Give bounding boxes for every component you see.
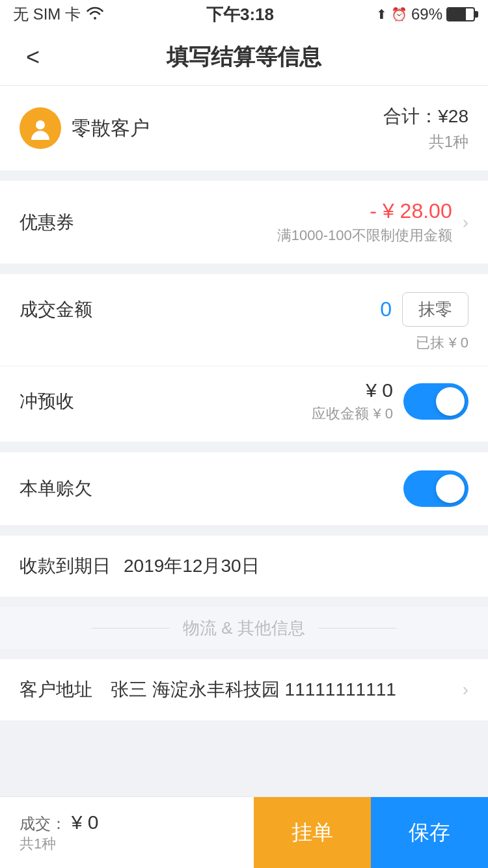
prepay-row: 冲预收 ¥ 0 应收金额 ¥ 0	[0, 366, 488, 442]
status-right: ⬆ ⏰ 69%	[376, 5, 475, 23]
address-value: 张三 海淀永丰科技园 11111111111	[111, 677, 463, 702]
coupon-desc: 满1000-100不限制使用金额	[277, 226, 452, 245]
due-date-value: 2019年12月30日	[124, 554, 260, 578]
due-date-content: 收款到期日 2019年12月30日	[20, 554, 468, 578]
location-icon: ⬆	[376, 7, 387, 22]
coupon-row[interactable]: 优惠券 - ¥ 28.00 满1000-100不限制使用金额 ›	[0, 181, 488, 264]
divider-line-left	[92, 628, 170, 629]
battery-percent: 69%	[411, 5, 442, 23]
due-date-label: 收款到期日	[20, 554, 111, 578]
customer-summary: 合计：¥28 共1种	[383, 104, 468, 152]
deal-amount-value: 0	[380, 297, 392, 321]
back-button[interactable]: <	[20, 37, 46, 77]
status-bar: 无 SIM 卡 下午3:18 ⬆ ⏰ 69%	[0, 0, 488, 29]
divider-label: 物流 & 其他信息	[92, 617, 396, 640]
prepay-toggle[interactable]	[403, 383, 468, 420]
deal-amount-section: 成交金额 0 抹零 已抹 ¥ 0 冲预收 ¥ 0 应收金额 ¥ 0	[0, 274, 488, 442]
coupon-chevron: ›	[463, 212, 468, 233]
divider-text: 物流 & 其他信息	[183, 617, 305, 640]
bottom-bar: 成交： ¥ 0 共1种 挂单 保存	[0, 796, 488, 868]
coupon-value: - ¥ 28.00 满1000-100不限制使用金额	[277, 199, 452, 245]
credit-toggle[interactable]	[403, 470, 468, 507]
address-chevron: ›	[463, 679, 468, 700]
prepay-value-block: ¥ 0 应收金额 ¥ 0	[312, 379, 393, 424]
coupon-section: 优惠券 - ¥ 28.00 满1000-100不限制使用金额 ›	[0, 181, 488, 264]
customer-left: 零散客户	[20, 107, 150, 149]
nav-bar: < 填写结算等信息	[0, 29, 488, 86]
battery-icon	[446, 7, 475, 21]
deal-sub-text: 已抹 ¥ 0	[0, 333, 488, 366]
status-time: 下午3:18	[206, 3, 274, 26]
customer-row: 零散客户 合计：¥28 共1种	[0, 86, 488, 170]
bottom-deal-row: 成交： ¥ 0	[20, 811, 234, 834]
content: 零散客户 合计：¥28 共1种 优惠券 - ¥ 28.00 满1000-100不…	[0, 86, 488, 809]
customer-name: 零散客户	[72, 115, 150, 142]
bottom-deal-count: 共1种	[20, 834, 234, 854]
prepay-sub: 应收金额 ¥ 0	[312, 404, 393, 424]
prepay-right: ¥ 0 应收金额 ¥ 0	[312, 379, 468, 424]
hang-button[interactable]: 挂单	[254, 797, 371, 869]
alarm-icon: ⏰	[391, 7, 407, 22]
bottom-deal-info: 成交： ¥ 0 共1种	[0, 811, 254, 854]
coupon-discount: - ¥ 28.00	[277, 199, 452, 223]
address-label: 客户地址	[20, 677, 98, 702]
deal-amount-right: 0 抹零	[380, 292, 468, 327]
round-button[interactable]: 抹零	[402, 292, 468, 327]
divider-line-right	[318, 628, 396, 629]
total-amount: 合计：¥28	[383, 104, 468, 129]
wifi-icon	[86, 5, 104, 23]
coupon-label: 优惠券	[20, 210, 74, 235]
customer-avatar	[20, 107, 61, 149]
divider-section: 物流 & 其他信息	[0, 607, 488, 649]
bottom-deal-amount: ¥ 0	[72, 811, 99, 833]
address-section[interactable]: 客户地址 张三 海淀永丰科技园 11111111111 ›	[0, 659, 488, 720]
save-button[interactable]: 保存	[371, 797, 488, 869]
no-sim-text: 无 SIM 卡	[13, 4, 81, 25]
svg-point-0	[36, 120, 45, 129]
page-title: 填写结算等信息	[167, 42, 321, 72]
prepay-amount: ¥ 0	[312, 379, 393, 401]
total-count: 共1种	[383, 131, 468, 152]
bottom-deal-label: 成交：	[20, 815, 66, 832]
status-left: 无 SIM 卡	[13, 4, 104, 25]
deal-amount-label: 成交金额	[20, 297, 92, 322]
credit-section: 本单赊欠	[0, 452, 488, 525]
due-date-section: 收款到期日 2019年12月30日	[0, 536, 488, 597]
deal-amount-row: 成交金额 0 抹零	[0, 274, 488, 333]
credit-label: 本单赊欠	[20, 476, 92, 501]
prepay-label: 冲预收	[20, 389, 74, 414]
coupon-right: - ¥ 28.00 满1000-100不限制使用金额 ›	[277, 199, 468, 245]
